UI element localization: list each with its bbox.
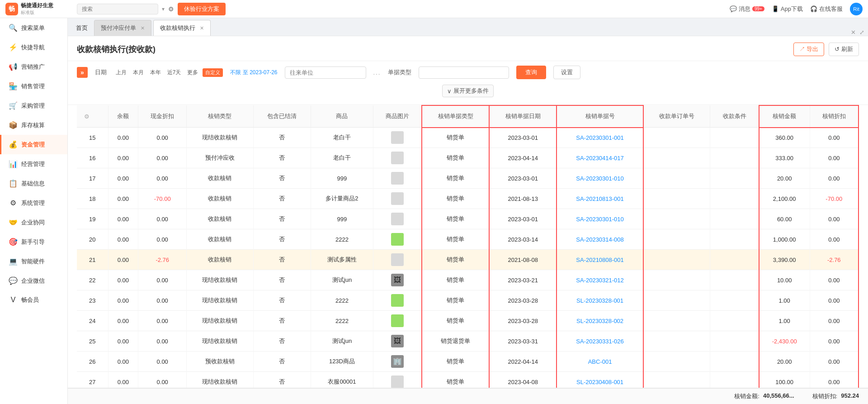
- td-bill-type: 销货单: [422, 372, 489, 388]
- td-settled: 否: [253, 352, 311, 372]
- brand-area: 畅 畅捷通好生意 标准版: [5, 2, 73, 16]
- td-amount: 10.00: [759, 270, 810, 290]
- sidebar-item-销售管理[interactable]: 🏪销售管理: [0, 76, 67, 96]
- tab-bar-right: ✕ ⤢: [851, 29, 864, 36]
- date-more-btn[interactable]: 更多: [185, 68, 200, 77]
- sidebar-item-系统管理[interactable]: ⚙系统管理: [0, 193, 67, 213]
- expand-label: 展开更多条件: [453, 87, 489, 95]
- bill-no-link[interactable]: SL-20230328-001: [576, 297, 623, 304]
- td-receipt-no: [643, 352, 710, 372]
- th-receipt-order: 收款单订单号: [643, 105, 710, 128]
- td-balance: 0.00: [108, 209, 138, 229]
- query-button[interactable]: 查询: [516, 66, 546, 79]
- date-cur-month-btn[interactable]: 本月: [131, 68, 146, 77]
- bill-no-link[interactable]: SL-20230328-002: [576, 318, 623, 324]
- tab-receipt-close[interactable]: ✕: [200, 25, 204, 31]
- bill-no-link[interactable]: SA-20230321-012: [576, 277, 624, 284]
- app-download-action[interactable]: 📱 App下载: [772, 5, 803, 13]
- td-writeoff: 0.00: [810, 148, 859, 168]
- partner-dots[interactable]: ...: [373, 69, 381, 76]
- bill-no-link[interactable]: SA-20230301-001: [576, 134, 624, 141]
- sidebar-item-智能硬件[interactable]: 💻智能硬件: [0, 252, 67, 271]
- refresh-button[interactable]: ↺ 刷新: [829, 43, 859, 56]
- message-label: 消息: [739, 5, 750, 13]
- date-label: 日期: [95, 68, 107, 76]
- bill-no-link[interactable]: SA-20230301-010: [576, 216, 624, 223]
- table-row: 22 0.00 0.00 现结收款核销 否 测试jun 🖼 销货单 2023-0…: [77, 270, 859, 290]
- sidebar-item-企业微信[interactable]: 💬企业微信: [0, 271, 67, 290]
- tab-prepay-close[interactable]: ✕: [141, 25, 145, 31]
- td-bill-no: ABC-001: [557, 352, 643, 372]
- date-prev-month-btn[interactable]: 上月: [114, 68, 128, 77]
- td-product-img: [373, 372, 422, 388]
- th-bill-type: 核销单据类型: [422, 105, 489, 128]
- export-button[interactable]: ↗ 导出: [793, 43, 825, 56]
- td-receipt-no: [643, 311, 710, 331]
- table-footer: 核销金额: 40,556,66... 核销折扣: 952.24: [68, 388, 868, 404]
- top-bar: 畅 畅捷通好生意 标准版 ▾ ⚙ 休验行业方案 💬 消息 99+ 📱 App下载…: [0, 0, 868, 18]
- sidebar-icon: 📦: [9, 121, 18, 129]
- sidebar-item-经营管理[interactable]: 📊经营管理: [0, 154, 67, 174]
- th-bill-date: 核销单据日期: [489, 105, 557, 128]
- td-amount: 360.00: [759, 128, 810, 148]
- th-product-img: 商品图片: [373, 105, 422, 128]
- td-bill-no: SL-20230328-002: [557, 311, 643, 331]
- top-search-input[interactable]: [77, 4, 158, 14]
- sidebar-item-搜索菜单[interactable]: 🔍搜索菜单: [0, 18, 67, 38]
- td-product: 测试jun: [311, 331, 373, 352]
- bill-type-select[interactable]: [419, 67, 509, 79]
- setting-button[interactable]: 设置: [553, 66, 580, 79]
- sidebar-item-label: 快捷导航: [21, 43, 45, 52]
- sidebar-icon: ⚙: [9, 199, 18, 207]
- user-avatar[interactable]: Rit: [850, 3, 863, 15]
- tab-home[interactable]: 首页: [71, 20, 92, 36]
- bill-no-link[interactable]: ABC-001: [588, 358, 612, 365]
- date-cur-year-btn[interactable]: 本年: [148, 68, 163, 77]
- sidebar-item-label: 企业协同: [21, 219, 45, 227]
- sidebar-item-资金管理[interactable]: 💰资金管理: [0, 135, 67, 154]
- industry-btn[interactable]: 休验行业方案: [178, 3, 226, 15]
- td-product-img: 🖼: [373, 331, 422, 352]
- expand-more-btn[interactable]: ∨ 展开更多条件: [442, 85, 494, 97]
- bill-no-link[interactable]: SA-20210813-001: [576, 195, 624, 202]
- sidebar-item-快捷导航[interactable]: ⚡快捷导航: [0, 38, 67, 57]
- td-product-img: [373, 209, 422, 229]
- bill-no-link[interactable]: SL-20230408-001: [576, 379, 623, 385]
- tab-close-icon[interactable]: ✕: [851, 29, 856, 36]
- sidebar-item-基础信息[interactable]: 📋基础信息: [0, 174, 67, 193]
- bill-no-link[interactable]: SA-20210808-001: [576, 257, 624, 263]
- sidebar-item-畅会员[interactable]: V畅会员: [0, 290, 67, 309]
- tab-expand-icon[interactable]: ⤢: [859, 29, 864, 36]
- td-product-img: [373, 250, 422, 270]
- bill-no-link[interactable]: SA-20230331-026: [576, 338, 624, 345]
- partner-input[interactable]: [285, 67, 366, 79]
- td-amount: 60.00: [759, 209, 810, 229]
- sidebar-item-采购管理[interactable]: 🛒采购管理: [0, 96, 67, 115]
- footer-amount-label: 核销金额:: [734, 392, 760, 400]
- message-action[interactable]: 💬 消息 99+: [730, 5, 764, 13]
- collapse-filter-btn[interactable]: »: [77, 67, 88, 78]
- date-7days-btn[interactable]: 近7天: [165, 68, 183, 77]
- bill-no-link[interactable]: SA-20230301-010: [576, 175, 624, 182]
- td-bill-no: SA-20230331-026: [557, 331, 643, 352]
- data-table: ⚙ 余额 现金折扣 核销类型 包含已结清 商品 商品图片 核销单据类型 核销单据…: [77, 105, 859, 388]
- export-icon: ↗: [799, 46, 807, 52]
- td-writeoff: 0.00: [810, 128, 859, 148]
- tab-prepay[interactable]: 预付冲应付单 ✕: [94, 20, 151, 36]
- chevron-down-icon[interactable]: ▾: [162, 6, 165, 12]
- sidebar-item-新手引导[interactable]: 🎯新手引导: [0, 232, 67, 252]
- th-settings[interactable]: ⚙: [77, 105, 108, 128]
- td-balance: 0.00: [108, 290, 138, 311]
- tab-receipt[interactable]: 收款核销执行 ✕: [153, 20, 211, 36]
- td-product-img: [373, 311, 422, 331]
- td-balance: 0.00: [108, 250, 138, 270]
- sidebar-item-营销推广[interactable]: 📢营销推广: [0, 57, 67, 76]
- td-no: 17: [77, 168, 108, 189]
- bill-no-link[interactable]: SA-20230314-008: [576, 236, 624, 243]
- date-custom-btn[interactable]: 自定义: [203, 68, 223, 77]
- service-action[interactable]: 🎧 在线客服: [810, 5, 843, 13]
- sidebar-item-企业协同[interactable]: 🤝企业协同: [0, 213, 67, 232]
- gear-icon[interactable]: ⚙: [168, 5, 174, 13]
- sidebar-item-库存核算[interactable]: 📦库存核算: [0, 115, 67, 135]
- bill-no-link[interactable]: SA-20230414-017: [576, 155, 624, 162]
